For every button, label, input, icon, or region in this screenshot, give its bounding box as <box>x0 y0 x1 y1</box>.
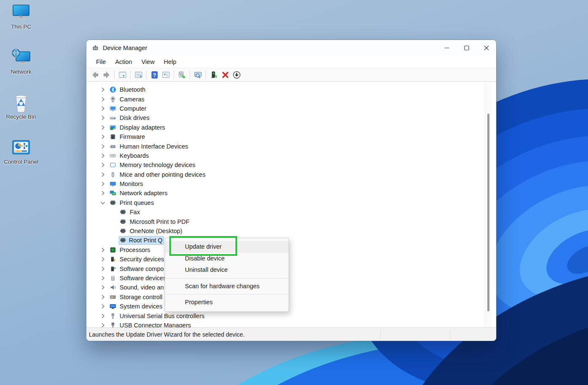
context-menu-item-scan-for-hardware-changes[interactable]: Scan for hardware changes <box>165 281 289 292</box>
chevron-right-icon[interactable] <box>99 181 106 187</box>
tree-item-label: Disk drives <box>120 114 150 121</box>
maximize-button[interactable] <box>457 40 476 56</box>
chevron-right-icon[interactable] <box>99 303 106 310</box>
desktop-icon-label: Control Panel <box>4 159 38 165</box>
chevron-right-icon[interactable] <box>99 152 106 159</box>
chevron-right-icon[interactable] <box>99 190 106 196</box>
desktop-icon-control-panel[interactable]: Control Panel <box>2 138 40 165</box>
tree-item-disk-drives[interactable]: Disk drives <box>86 113 485 122</box>
context-menu-item-properties[interactable]: Properties <box>165 297 289 308</box>
chevron-right-icon[interactable] <box>99 266 106 272</box>
display-adapter-icon <box>110 124 116 131</box>
chevron-right-icon[interactable] <box>99 162 106 168</box>
menu-help[interactable]: Help <box>159 58 181 65</box>
chevron-right-icon[interactable] <box>99 133 106 140</box>
uninstall-device-button[interactable] <box>219 69 231 80</box>
context-menu-item-update-driver[interactable]: Update driver <box>165 241 289 253</box>
context-menu-item-disable-device[interactable]: Disable device <box>165 253 289 265</box>
selected-tree-item[interactable]: Root Print Q <box>119 236 164 245</box>
chevron-down-icon[interactable] <box>99 199 106 206</box>
show-hide-console-tree-button[interactable] <box>117 69 128 80</box>
update-driver-button[interactable] <box>208 69 219 80</box>
chevron-right-icon[interactable] <box>99 322 106 327</box>
scrollbar-track[interactable] <box>485 82 492 327</box>
chevron-right-icon[interactable] <box>99 284 106 291</box>
chevron-right-icon[interactable] <box>99 275 106 281</box>
update-driver-software-button[interactable] <box>176 69 187 80</box>
tree-item-microsoft-print-to-pdf[interactable]: Microsoft Print to PDF <box>86 217 485 226</box>
toolbar-separator <box>206 70 206 80</box>
printer-icon <box>120 218 126 225</box>
tree-item-fax[interactable]: Fax <box>86 207 485 217</box>
mouse-icon <box>110 171 116 178</box>
title-bar[interactable]: Device Manager <box>86 40 496 56</box>
arrow-left-icon <box>91 71 99 79</box>
disable-device-button[interactable] <box>231 69 242 80</box>
chevron-right-icon[interactable] <box>99 114 106 121</box>
context-menu-item-uninstall-device[interactable]: Uninstall device <box>165 264 289 276</box>
chevron-right-icon[interactable] <box>99 86 106 93</box>
menu-view[interactable]: View <box>137 58 159 65</box>
tree-item-onenote-desktop[interactable]: OneNote (Desktop) <box>86 226 485 236</box>
tree-item-label: Print queues <box>120 199 154 206</box>
device-manager-icon <box>92 44 99 51</box>
tree-item-bluetooth[interactable]: Bluetooth <box>86 85 485 94</box>
tree-item-firmware[interactable]: Firmware <box>86 132 485 141</box>
chevron-right-icon[interactable] <box>99 96 106 103</box>
toolbar: ? <box>86 68 496 82</box>
chevron-right-icon[interactable] <box>99 247 106 253</box>
tree-item-universal-serial-bus-controllers[interactable]: Universal Serial Bus controllers <box>86 311 485 320</box>
tree-item-network-adapters[interactable]: Network adapters <box>86 189 485 198</box>
tree-item-mice-and-other-pointing-devices[interactable]: Mice and other pointing devices <box>86 170 485 179</box>
desktop-icon-network[interactable]: Network <box>2 48 40 75</box>
tree-item-keyboards[interactable]: Keyboards <box>86 151 485 160</box>
statusbar-separator <box>380 329 381 340</box>
printer-icon <box>120 237 126 244</box>
software-device-icon <box>110 275 116 281</box>
chevron-right-icon[interactable] <box>99 171 106 178</box>
toolbar-separator <box>114 70 115 80</box>
keyboard-icon <box>110 152 116 159</box>
chevron-right-icon[interactable] <box>99 124 106 131</box>
menu-action[interactable]: Action <box>110 58 136 65</box>
action-pane-button[interactable] <box>160 69 171 80</box>
chevron-right-icon[interactable] <box>99 256 106 263</box>
window-play-icon <box>162 71 170 79</box>
chevron-right-icon[interactable] <box>99 105 106 112</box>
chevron-spacer <box>110 228 116 234</box>
toolbar-separator <box>174 70 174 80</box>
tree-item-print-queues[interactable]: Print queues <box>86 198 485 207</box>
help-icon: ? <box>150 71 159 79</box>
forward-button[interactable] <box>101 69 112 80</box>
help-button[interactable]: ? <box>149 69 160 80</box>
chevron-right-icon[interactable] <box>99 143 106 150</box>
recycle-bin-icon <box>11 93 31 113</box>
device-arrow-up-icon <box>210 71 218 79</box>
scrollbar-thumb[interactable] <box>487 114 489 311</box>
tree-item-cameras[interactable]: Cameras <box>86 94 485 104</box>
tree-item-label: Monitors <box>120 181 143 187</box>
menu-file[interactable]: File <box>91 58 110 65</box>
camera-icon <box>110 96 116 103</box>
desktop-icon-this-pc[interactable]: This PC <box>2 3 40 30</box>
chevron-right-icon[interactable] <box>99 294 106 300</box>
tree-item-usb-connector-managers[interactable]: USB Connector Managers <box>86 321 485 327</box>
chevron-right-icon[interactable] <box>99 313 106 319</box>
tree-item-label: System devices <box>120 303 163 310</box>
scan-for-hardware-changes-button[interactable] <box>192 69 203 80</box>
tree-item-monitors[interactable]: Monitors <box>86 179 485 189</box>
desktop-icon-recycle-bin[interactable]: Recycle Bin <box>2 93 40 120</box>
tree-item-label: Microsoft Print to PDF <box>130 218 190 225</box>
tree-item-label: Cameras <box>120 96 144 103</box>
close-button[interactable] <box>476 40 496 56</box>
tree-item-human-interface-devices[interactable]: Human Interface Devices <box>86 141 485 151</box>
tree-item-computer[interactable]: Computer <box>86 104 485 113</box>
minimize-button[interactable] <box>437 40 457 56</box>
tree-item-memory-technology-devices[interactable]: Memory technology devices <box>86 160 485 170</box>
network-icon <box>11 48 31 68</box>
back-button[interactable] <box>89 69 101 80</box>
tree-item-label: Storage controll <box>120 294 163 300</box>
toolbar-separator <box>146 70 147 80</box>
properties-button[interactable] <box>133 69 144 80</box>
tree-item-display-adapters[interactable]: Display adapters <box>86 123 485 132</box>
